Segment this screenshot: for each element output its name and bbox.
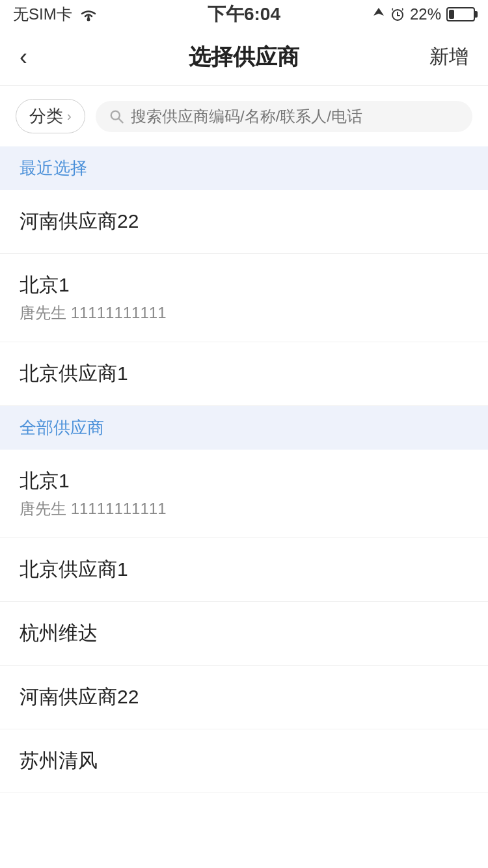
item-name: 苏州清风 <box>20 748 468 774</box>
wifi-icon <box>79 7 98 21</box>
svg-point-0 <box>87 18 90 21</box>
status-right: 22% <box>372 5 475 23</box>
add-button[interactable]: 新增 <box>429 44 468 70</box>
search-box[interactable] <box>96 101 472 132</box>
all-list: 北京1唐先生 11111111111北京供应商1杭州维达河南供应商22苏州清风 <box>0 450 488 793</box>
location-icon <box>372 7 385 22</box>
list-item[interactable]: 苏州清风 <box>0 729 488 793</box>
recent-list: 河南供应商22北京1唐先生 11111111111北京供应商1 <box>0 190 488 406</box>
carrier-text: 无SIM卡 <box>13 4 72 25</box>
item-contact: 唐先生 11111111111 <box>20 303 468 323</box>
list-item[interactable]: 杭州维达 <box>0 602 488 666</box>
list-item[interactable]: 河南供应商22 <box>0 190 488 254</box>
nav-bar: ‹ 选择供应商 新增 <box>0 29 488 86</box>
battery-text: 22% <box>410 5 441 23</box>
status-bar: 无SIM卡 下午6:04 22% <box>0 0 488 29</box>
category-filter[interactable]: 分类 › <box>16 99 85 133</box>
recent-section-label: 最近选择 <box>20 158 87 178</box>
item-name: 杭州维达 <box>20 620 468 647</box>
item-name: 河南供应商22 <box>20 684 468 711</box>
list-item[interactable]: 北京1唐先生 11111111111 <box>0 254 488 342</box>
status-left: 无SIM卡 <box>13 4 98 25</box>
svg-line-5 <box>118 118 122 122</box>
battery-icon <box>446 7 475 21</box>
list-item[interactable]: 北京供应商1 <box>0 342 488 406</box>
chevron-right-icon: › <box>67 109 72 124</box>
all-section-label: 全部供应商 <box>20 418 104 437</box>
status-time: 下午6:04 <box>208 2 280 27</box>
item-name: 北京供应商1 <box>20 360 468 387</box>
list-item[interactable]: 北京1唐先生 11111111111 <box>0 450 488 538</box>
all-section-header: 全部供应商 <box>0 406 488 450</box>
recent-section-header: 最近选择 <box>0 146 488 190</box>
battery-fill <box>449 10 454 19</box>
search-input[interactable] <box>131 107 459 126</box>
search-icon <box>109 108 124 125</box>
page-title: 选择供应商 <box>189 42 299 72</box>
item-name: 北京1 <box>20 272 468 299</box>
back-button[interactable]: ‹ <box>20 44 59 71</box>
list-item[interactable]: 河南供应商22 <box>0 666 488 729</box>
item-name: 河南供应商22 <box>20 208 468 235</box>
list-item[interactable]: 北京供应商1 <box>0 538 488 602</box>
category-label: 分类 <box>29 105 63 128</box>
item-contact: 唐先生 11111111111 <box>20 498 468 519</box>
alarm-icon <box>390 7 405 21</box>
item-name: 北京供应商1 <box>20 556 468 583</box>
filter-bar: 分类 › <box>0 86 488 146</box>
item-name: 北京1 <box>20 468 468 495</box>
